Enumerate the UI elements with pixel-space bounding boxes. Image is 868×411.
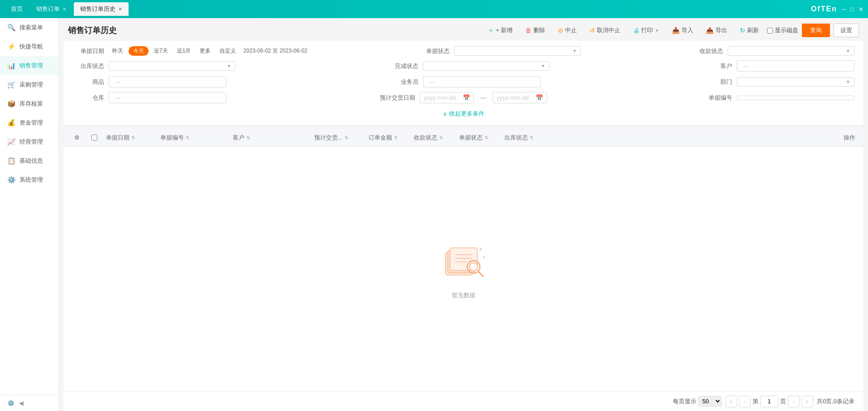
date-btn-custom[interactable]: 自定义: [216, 46, 240, 56]
window-close-icon[interactable]: ✕: [858, 6, 863, 13]
sidebar-item-finance[interactable]: 💰 资金管理: [0, 113, 58, 132]
sidebar-item-sales[interactable]: 📊 销售管理: [0, 56, 58, 75]
out-status-chevron: ▼: [227, 63, 231, 68]
display-columns-toggle[interactable]: 显示磁盘: [767, 26, 798, 34]
complete-status-select[interactable]: ▼: [423, 61, 550, 71]
cancel-stop-button[interactable]: ↺ 取消中止: [585, 24, 625, 37]
query-button[interactable]: 查询: [802, 24, 830, 37]
quick-nav-icon: ⚡: [7, 43, 16, 51]
warehouse-input[interactable]: ···: [109, 92, 226, 103]
refresh-icon: ↻: [740, 27, 745, 34]
th-customer-label: 客户: [233, 134, 245, 142]
sidebar-item-inventory-label: 库存核算: [19, 100, 43, 108]
sidebar-item-purchase[interactable]: 🛒 采购管理: [0, 75, 58, 94]
product-input[interactable]: ···: [109, 76, 226, 87]
date-btn-yesterday[interactable]: 昨天: [109, 46, 127, 56]
customer-input[interactable]: ···: [737, 60, 854, 72]
sidebar-item-basic-info[interactable]: 📋 基础信息: [0, 151, 58, 170]
salesman-input[interactable]: ···: [423, 76, 541, 87]
filter-row-3: 商品 ··· 业务员 ··· 部门 ▼: [72, 76, 854, 87]
date-btn-today[interactable]: 今天: [129, 46, 149, 56]
delivery-date-to[interactable]: yyyy-mm-dd 📅: [493, 92, 547, 103]
th-date[interactable]: 单据日期 ⇅: [102, 134, 157, 142]
tab-home[interactable]: 首页: [5, 2, 29, 16]
import-button[interactable]: 📥 导入: [667, 24, 698, 37]
th-billno[interactable]: 单据编号 ⇅: [157, 134, 229, 142]
warehouse-ellipsis[interactable]: ···: [113, 94, 123, 101]
delivery-date-to-text: yyyy-mm-dd: [497, 94, 529, 101]
date-filter: 昨天 今天 近7天 近1月 更多 自定义 2023-06-02 至 2023-0…: [109, 46, 307, 56]
th-settings[interactable]: ⚙: [68, 134, 86, 141]
th-customer[interactable]: 客户 ⇅: [229, 134, 311, 142]
sidebar-item-system[interactable]: ⚙️ 系统管理: [0, 170, 58, 189]
page-input[interactable]: [760, 396, 778, 407]
th-out-status[interactable]: 出库状态 ⇅: [501, 134, 546, 142]
date-btn-more[interactable]: 更多: [196, 46, 214, 56]
sidebar-item-operations[interactable]: 📈 经营管理: [0, 132, 58, 151]
tab-sales-order[interactable]: 销售订单 ✕: [30, 2, 73, 16]
delivery-date-from[interactable]: yyyy-mm-dd 📅: [420, 92, 474, 103]
page-prefix: 第: [753, 397, 758, 406]
calendar-from-icon[interactable]: 📅: [463, 94, 470, 101]
salesman-ellipsis[interactable]: ···: [427, 78, 437, 85]
th-amount[interactable]: 订单金额 ⇅: [365, 134, 410, 142]
th-pay-status[interactable]: 收款状态 ⇅: [410, 134, 456, 142]
setting-button[interactable]: 设置: [834, 24, 859, 37]
stop-button[interactable]: ⊘ 中止: [553, 24, 581, 37]
sidebar-item-quick-label: 快捷导航: [19, 43, 43, 51]
print-button[interactable]: 🖨 打印 ▼: [628, 24, 664, 37]
complete-status-chevron: ▼: [541, 63, 546, 68]
export-button[interactable]: 📤 导出: [701, 24, 732, 37]
first-page-button[interactable]: «: [725, 396, 737, 407]
display-columns-checkbox[interactable]: [767, 28, 773, 34]
date-separator: —: [480, 94, 486, 101]
sidebar-settings-icon[interactable]: ⚙️: [7, 400, 14, 406]
page-size-select[interactable]: 50 10 20 100: [698, 396, 722, 406]
calendar-to-icon[interactable]: 📅: [536, 94, 543, 101]
date-btn-7days[interactable]: 近7天: [150, 46, 172, 56]
last-page-button[interactable]: »: [801, 396, 813, 407]
sidebar-item-purchase-label: 采购管理: [19, 81, 43, 89]
bill-no-input[interactable]: [737, 96, 854, 100]
bill-status-label: 单据状态: [418, 47, 450, 55]
department-chevron: ▼: [846, 79, 850, 84]
select-all-checkbox[interactable]: [91, 135, 97, 140]
th-delivery[interactable]: 预计交货... ⇅: [311, 134, 365, 142]
date-btn-1month[interactable]: 近1月: [173, 46, 195, 56]
refresh-button[interactable]: ↻ 刷新: [735, 24, 763, 37]
window-minimize-icon[interactable]: ─: [842, 6, 846, 13]
bill-status-select[interactable]: ▼: [454, 46, 581, 56]
svg-point-7: [470, 263, 478, 271]
tab-sales-history-close[interactable]: ✕: [118, 6, 122, 12]
prev-page-button[interactable]: ‹: [739, 396, 751, 407]
new-button[interactable]: ＋ + 新增: [483, 24, 517, 37]
th-bill-status[interactable]: 单据状态 ⇅: [456, 134, 501, 142]
operations-icon: 📈: [7, 138, 16, 146]
th-pay-status-label: 收款状态: [414, 134, 437, 142]
tab-sales-order-close[interactable]: ✕: [62, 6, 67, 12]
out-status-select[interactable]: ▼: [109, 61, 235, 71]
svg-text:✦: ✦: [482, 254, 487, 261]
customer-ellipsis[interactable]: ···: [741, 63, 751, 69]
department-select[interactable]: ▼: [737, 77, 854, 87]
settings-gear-icon[interactable]: ⚙: [74, 134, 80, 141]
sort-bill-icon: ⇅: [484, 135, 488, 140]
product-ellipsis[interactable]: ···: [113, 78, 123, 85]
collapse-button[interactable]: ∧ 收起更多条件: [439, 108, 488, 120]
page-size-control: 每页显示 50 10 20 100: [673, 396, 722, 406]
sidebar-item-search-menu[interactable]: 🔍 搜索菜单: [0, 18, 58, 37]
th-checkbox[interactable]: [86, 135, 102, 140]
sidebar-item-quick-nav[interactable]: ⚡ 快捷导航: [0, 37, 58, 56]
th-billno-label: 单据编号: [160, 134, 184, 142]
pay-status-select[interactable]: ▼: [728, 46, 854, 56]
sidebar-collapse-icon[interactable]: ◀: [19, 400, 24, 406]
window-maximize-icon[interactable]: □: [850, 6, 854, 13]
filter-row-1: 单据日期 昨天 今天 近7天 近1月 更多 自定义 2023-06-02 至 2…: [72, 46, 854, 56]
tab-sales-history[interactable]: 销售订单历史 ✕: [74, 2, 129, 16]
sort-amount-icon: ⇅: [394, 135, 398, 140]
sidebar-item-inventory[interactable]: 📦 库存核算: [0, 94, 58, 113]
delete-button[interactable]: 🗑 删除: [521, 24, 550, 37]
tab-home-label: 首页: [11, 5, 23, 13]
next-page-button[interactable]: ›: [788, 396, 800, 407]
table-area: ⚙ 单据日期 ⇅ 单据编号 ⇅ 客户 ⇅ 预计交货...: [63, 129, 863, 391]
